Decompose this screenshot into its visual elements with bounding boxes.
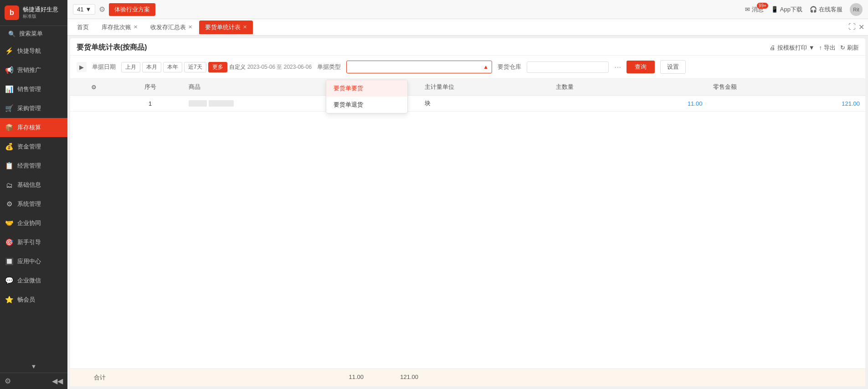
sidebar-item-label: 营销推广 (17, 66, 41, 74)
print-icon: 🖨 (770, 44, 776, 51)
sidebar-item-enterprise[interactable]: 🤝 企业协同 (0, 214, 67, 233)
col-header-seq: 序号 (118, 79, 183, 96)
filter-type-select[interactable] (346, 61, 492, 73)
dropdown-item-order-goods[interactable]: 要货单要货 (326, 80, 407, 97)
tab-expand-icon[interactable]: ⛶ (848, 23, 856, 31)
messages-btn[interactable]: ✉ 消息 99+ (745, 5, 764, 14)
collapse-icon[interactable]: ◀◀ (52, 377, 63, 385)
sidebar-bottom: ⚙ ◀◀ (0, 373, 67, 389)
topbar-settings-icon[interactable]: ⚙ (99, 5, 105, 14)
main-content: 41 ▼ ⚙ 体验行业方案 ✉ 消息 99+ 📱 App下载 🎧 在线客服 Ri… (67, 0, 868, 389)
tabs-controls: ⛶ ✕ (848, 23, 864, 31)
sidebar-item-basic[interactable]: 🗂 基础信息 (0, 175, 67, 194)
store-selector[interactable]: 41 ▼ (73, 4, 95, 15)
wechat-icon: 💬 (5, 276, 14, 285)
table-row: 1 块 11.00 121.00 (70, 96, 865, 112)
sidebar-item-member[interactable]: ⭐ 畅会员 (0, 290, 67, 309)
type-label: 单据类型 (317, 63, 341, 71)
filter-this-month[interactable]: 本月 (142, 62, 161, 72)
tab-close-all-icon[interactable]: ✕ (858, 23, 864, 31)
tab-receive-summary-close[interactable]: ✕ (188, 24, 192, 30)
sidebar-scroll-down[interactable]: ▼ (0, 360, 67, 373)
sidebar-logo: b 畅捷通好生意 标准版 (0, 0, 67, 26)
summary-label: 合计 (77, 374, 309, 382)
refresh-btn[interactable]: ↻ 刷新 (840, 44, 859, 52)
tab-inventory-batch-close[interactable]: ✕ (134, 24, 138, 30)
sidebar-item-label: 基础信息 (17, 181, 41, 189)
tabs-bar: 首页 库存批次账 ✕ 收发存汇总表 ✕ 要货单统计表 ✕ ⛶ ✕ (67, 19, 868, 36)
filter-this-year[interactable]: 本年 (163, 62, 182, 72)
print-btn[interactable]: 🖨 按模板打印 ▼ (770, 44, 815, 52)
sidebar-item-quick-nav[interactable]: ⚡ 快捷导航 (0, 41, 67, 61)
trial-btn[interactable]: 体验行业方案 (109, 3, 155, 16)
filter-last-month[interactable]: 上月 (121, 62, 140, 72)
row-seq-cell: 1 (118, 96, 183, 112)
col-header-qty: 主数量 (550, 79, 708, 96)
sidebar-item-label: 资金管理 (17, 143, 41, 151)
sidebar: b 畅捷通好生意 标准版 🔍 搜索菜单 ⚡ 快捷导航 📢 营销推广 📊 销售管理… (0, 0, 67, 389)
table-wrap: ⚙ 序号 商品 主计量单位 主数量 零售金额 1 (70, 79, 865, 369)
table-body: 1 块 11.00 121.00 (70, 96, 865, 112)
app-logo-icon: b (5, 5, 19, 20)
sidebar-search[interactable]: 🔍 搜索菜单 (0, 26, 67, 41)
sidebar-item-finance[interactable]: 💰 资金管理 (0, 137, 67, 156)
messages-badge: 99+ (757, 3, 768, 9)
filter-warehouse-input[interactable] (527, 61, 609, 73)
tab-receive-summary-label: 收发存汇总表 (150, 23, 186, 31)
app-version: 标准版 (23, 13, 58, 20)
filter-setting-btn[interactable]: 设置 (660, 60, 686, 74)
col-header-amount: 零售金额 (708, 79, 865, 96)
purchase-icon: 🛒 (5, 104, 14, 113)
refresh-label: 刷新 (847, 44, 859, 52)
row-amount-cell: 121.00 (708, 96, 865, 112)
col-header-settings[interactable]: ⚙ (70, 79, 118, 96)
store-name: 41 (77, 6, 83, 13)
sidebar-item-label: 销售管理 (17, 85, 41, 93)
summary-amount: 121.00 (364, 374, 418, 382)
headset-icon: 🎧 (810, 6, 817, 13)
col-header-unit: 主计量单位 (419, 79, 550, 96)
refresh-icon: ↻ (840, 44, 845, 51)
filter-last-7-days[interactable]: 近7天 (184, 62, 206, 72)
tab-order-stats-close[interactable]: ✕ (243, 24, 247, 30)
guide-icon: 🎯 (5, 238, 14, 247)
tab-receive-summary[interactable]: 收发存汇总表 ✕ (144, 20, 198, 34)
tab-inventory-batch[interactable]: 库存批次账 ✕ (96, 20, 144, 34)
user-avatar[interactable]: Rit (850, 3, 863, 16)
sidebar-item-label: 快捷导航 (17, 47, 41, 55)
filter-query-btn[interactable]: 查询 (627, 61, 655, 73)
basic-icon: 🗂 (5, 180, 14, 189)
app-download-icon: 📱 (771, 6, 778, 13)
filter-custom[interactable]: 自定义 (229, 63, 246, 71)
tab-home[interactable]: 首页 (71, 20, 95, 34)
summary-row: 合计 11.00 121.00 (70, 369, 865, 386)
sidebar-item-purchase[interactable]: 🛒 采购管理 (0, 99, 67, 118)
online-service-btn[interactable]: 🎧 在线客服 (810, 5, 842, 14)
sidebar-item-sales[interactable]: 📊 销售管理 (0, 80, 67, 99)
app-download-btn[interactable]: 📱 App下载 (771, 5, 802, 14)
row-settings-cell (70, 96, 118, 112)
export-btn[interactable]: ↑ 导出 (819, 44, 836, 52)
sidebar-item-system[interactable]: ⚙ 系统管理 (0, 194, 67, 214)
sidebar-item-marketing[interactable]: 📢 营销推广 (0, 61, 67, 80)
filter-warehouse-more-icon[interactable]: ··· (614, 62, 621, 72)
filter-expand-btn[interactable]: ▶ (77, 62, 87, 72)
settings-icon[interactable]: ⚙ (5, 377, 11, 385)
sidebar-item-guide[interactable]: 🎯 新手引导 (0, 233, 67, 252)
sidebar-item-inventory[interactable]: 📦 库存核算 (0, 118, 67, 137)
filter-more-btn[interactable]: 更多 (208, 62, 227, 72)
tab-order-stats[interactable]: 要货单统计表 ✕ (199, 20, 253, 34)
online-service-label: 在线客服 (819, 5, 842, 14)
marketing-icon: 📢 (5, 66, 14, 75)
sales-icon: 📊 (5, 85, 14, 94)
sidebar-item-label: 经营管理 (17, 162, 41, 170)
date-label: 单据日期 (92, 63, 116, 71)
data-table: ⚙ 序号 商品 主计量单位 主数量 零售金额 1 (70, 79, 865, 112)
dropdown-item-order-return[interactable]: 要货单退货 (326, 97, 407, 113)
sidebar-item-apps[interactable]: 🔲 应用中心 (0, 252, 67, 271)
sidebar-item-label: 畅会员 (17, 296, 35, 304)
sidebar-item-operation[interactable]: 📋 经营管理 (0, 156, 67, 175)
sidebar-item-wechat[interactable]: 💬 企业微信 (0, 271, 67, 290)
sidebar-nav: ⚡ 快捷导航 📢 营销推广 📊 销售管理 🛒 采购管理 📦 库存核算 💰 资金管… (0, 41, 67, 360)
sidebar-item-label: 库存核算 (17, 123, 41, 132)
